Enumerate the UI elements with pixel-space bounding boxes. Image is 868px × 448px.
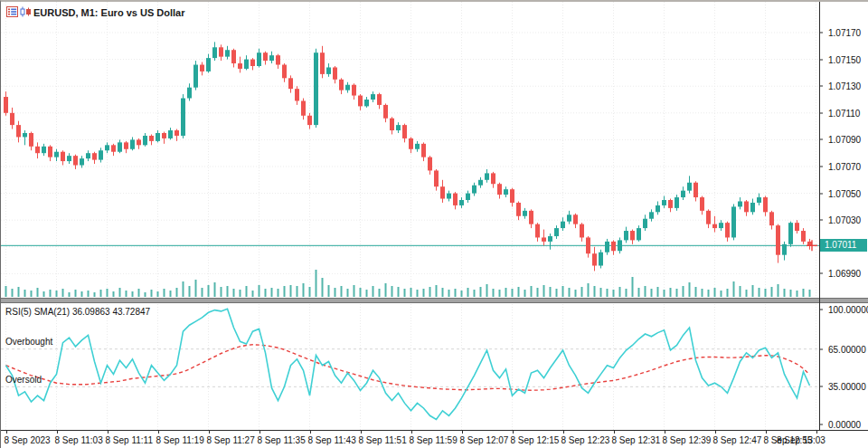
time-axis-label: 8 Sep 11:59 xyxy=(410,435,458,445)
rsi-axis-label: 65.00000 xyxy=(828,344,866,354)
time-tick xyxy=(310,431,311,434)
rsi-axis-label: 35.00000 xyxy=(828,382,866,392)
time-axis-label: 8 Sep 11:03 xyxy=(55,435,103,445)
axis-separator xyxy=(819,2,820,430)
time-tick xyxy=(108,431,108,434)
rsi-axis-label: 100.00000 xyxy=(828,305,868,315)
time-axis-label: 8 Sep 12:39 xyxy=(663,435,712,445)
time-axis-label: 8 Sep 2023 xyxy=(5,435,51,445)
time-tick xyxy=(209,431,210,434)
time-axis-label: 8 Sep 12:07 xyxy=(460,435,509,445)
time-axis-label: 8 Sep 12:31 xyxy=(612,435,661,445)
main-chart-panel[interactable] xyxy=(1,2,868,298)
price-axis-label: 1.07050 xyxy=(828,188,861,198)
symbol-title: EURUSD, M1: Euro vs US Dollar xyxy=(33,7,184,18)
price-axis-label: 1.07090 xyxy=(828,135,861,145)
rsi-line xyxy=(6,309,810,419)
trading-chart-window: EURUSD, M1: Euro vs US Dollar RSI(5) SMA… xyxy=(0,0,868,448)
time-axis-label: 8 Sep 13:03 xyxy=(777,435,826,445)
time-tick xyxy=(563,431,564,434)
rsi-axis[interactable]: 100.0000065.0000035.000000.00000 xyxy=(819,304,868,430)
time-tick xyxy=(513,431,514,434)
time-tick xyxy=(816,431,817,434)
time-tick xyxy=(6,431,7,434)
price-axis-label: 1.07150 xyxy=(828,54,861,64)
time-axis-label: 8 Sep 11:27 xyxy=(207,435,255,445)
oversold-label: Oversold xyxy=(5,375,42,385)
price-axis-label: 1.07130 xyxy=(828,81,861,91)
time-axis-label: 8 Sep 11:51 xyxy=(359,435,407,445)
price-axis-label: 1.07110 xyxy=(828,108,860,118)
time-axis-label: 8 Sep 11:11 xyxy=(106,435,153,445)
time-tick xyxy=(259,431,260,434)
overbought-label: Overbought xyxy=(5,337,52,347)
time-axis-label: 8 Sep 11:35 xyxy=(258,435,306,445)
main-chart-canvas[interactable] xyxy=(1,2,868,298)
rsi-indicator-panel[interactable]: RSI(5) SMA(21) 36.09863 43.72847 Overbou… xyxy=(1,304,868,430)
price-axis-label: 1.07070 xyxy=(828,162,861,172)
time-axis-label: 8 Sep 11:43 xyxy=(308,435,356,445)
time-axis-label: 8 Sep 12:23 xyxy=(561,435,610,445)
quotes-list-icon xyxy=(6,6,18,17)
time-axis-label: 8 Sep 11:19 xyxy=(156,435,204,445)
time-tick xyxy=(158,431,159,434)
time-axis-label: 8 Sep 12:15 xyxy=(511,435,560,445)
time-tick xyxy=(665,431,665,434)
rsi-canvas[interactable] xyxy=(1,304,868,430)
price-axis[interactable]: 1.071701.071501.071301.071101.070901.070… xyxy=(819,2,868,298)
price-axis-label: 1.07030 xyxy=(828,215,861,225)
time-tick xyxy=(715,431,716,434)
candles xyxy=(4,42,812,271)
time-tick xyxy=(57,431,58,434)
current-price-badge: 1.07011 xyxy=(820,239,867,252)
time-tick xyxy=(411,431,412,434)
rsi-axis-label: 0.00000 xyxy=(828,420,861,430)
rsi-indicator-label: RSI(5) SMA(21) 36.09863 43.72847 xyxy=(5,307,150,317)
time-tick xyxy=(361,431,362,434)
price-axis-label: 1.06990 xyxy=(828,269,861,279)
time-tick xyxy=(462,431,463,434)
time-tick xyxy=(766,431,767,434)
panel-divider[interactable] xyxy=(1,298,868,303)
price-axis-label: 1.07170 xyxy=(828,28,861,38)
time-axis[interactable]: 8 Sep 20238 Sep 11:038 Sep 11:118 Sep 11… xyxy=(1,430,868,448)
candlestick-chart-icon xyxy=(20,6,33,17)
time-axis-label: 8 Sep 12:47 xyxy=(713,435,762,445)
time-tick xyxy=(614,431,615,434)
